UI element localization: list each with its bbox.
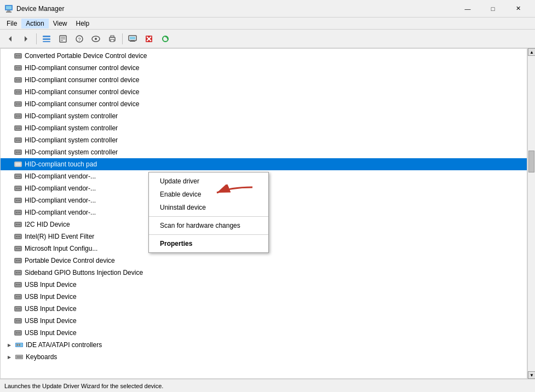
svg-point-128 [19, 296, 20, 297]
device-hid-consumer-4[interactable]: HID-compliant consumer control device [1, 98, 527, 110]
back-button[interactable] [2, 31, 18, 47]
svg-point-61 [19, 128, 20, 129]
svg-point-121 [16, 284, 17, 285]
device-hid-system-2[interactable]: HID-compliant system controller [1, 122, 527, 134]
svg-rect-5 [43, 38, 50, 40]
scrollbar-thumb[interactable] [528, 151, 534, 172]
hid-icon [14, 292, 22, 301]
main-content: Converted Portable Device Control device… [0, 48, 535, 379]
svg-point-83 [19, 188, 20, 189]
help-button[interactable]: ? [72, 31, 87, 47]
scan-button[interactable] [158, 31, 173, 47]
svg-point-103 [19, 236, 20, 237]
hid-icon [14, 64, 22, 72]
minimize-button[interactable]: — [455, 0, 480, 18]
menu-bar: File Action View Help [0, 18, 535, 30]
forward-button[interactable] [19, 31, 34, 47]
svg-point-151 [16, 356, 18, 357]
svg-point-96 [16, 224, 17, 225]
menu-help[interactable]: Help [72, 19, 94, 28]
hid-icon [14, 88, 22, 96]
device-hid-touchpad[interactable]: HID-compliant touch pad [1, 158, 527, 170]
svg-point-87 [18, 200, 19, 201]
window-title: Device Manager [16, 5, 455, 13]
svg-point-30 [18, 55, 19, 56]
device-keyboards[interactable]: ▶ Keyboards [1, 351, 527, 363]
svg-point-92 [18, 212, 19, 213]
svg-point-154 [20, 356, 21, 357]
show-all-button[interactable] [39, 31, 54, 47]
menu-file[interactable]: File [2, 19, 21, 28]
device-usb-input-3[interactable]: USB Input Device [1, 303, 527, 315]
close-button[interactable]: ✕ [505, 0, 531, 18]
device-hid-consumer-2[interactable]: HID-compliant consumer control device [1, 74, 527, 86]
device-hid-consumer-3[interactable]: HID-compliant consumer control device [1, 86, 527, 98]
svg-point-88 [19, 200, 20, 201]
svg-point-31 [19, 55, 20, 56]
menu-view[interactable]: View [49, 19, 72, 28]
device-portable-control[interactable]: Portable Device Control device [1, 255, 527, 267]
device-usb-input-1[interactable]: USB Input Device [1, 279, 527, 291]
svg-point-55 [18, 116, 19, 117]
svg-point-65 [18, 140, 19, 141]
device-tree[interactable]: Converted Portable Device Control device… [0, 48, 527, 379]
ctx-uninstall-device[interactable]: Uninstall device [149, 201, 268, 214]
svg-rect-17 [111, 39, 114, 42]
scrollbar[interactable]: ▲ ▼ [527, 48, 535, 379]
svg-point-107 [18, 248, 19, 249]
device-hid-consumer-1[interactable]: HID-compliant consumer control device [1, 62, 527, 74]
hid-icon [14, 232, 22, 241]
device-converted-portable[interactable]: Converted Portable Device Control device [1, 50, 527, 62]
svg-point-77 [18, 176, 19, 177]
svg-rect-6 [43, 41, 50, 42]
hid-icon [14, 280, 22, 289]
device-ide-ata[interactable]: ▶ IDE ATA/ATAPI controllers [1, 339, 527, 351]
device-hid-system-1[interactable]: HID-compliant system controller [1, 110, 527, 122]
svg-point-116 [16, 272, 17, 273]
svg-point-122 [18, 284, 19, 285]
category-icon [15, 353, 24, 361]
device-hid-system-4[interactable]: HID-compliant system controller [1, 146, 527, 158]
svg-point-71 [19, 152, 20, 153]
svg-rect-146 [16, 344, 18, 346]
scroll-down-button[interactable]: ▼ [528, 371, 535, 379]
svg-point-126 [16, 296, 17, 297]
ctx-enable-device[interactable]: Enable device [149, 188, 268, 201]
device-sideband-gpio[interactable]: Sideband GPIO Buttons Injection Device [1, 267, 527, 279]
view-hidden-button[interactable] [88, 31, 103, 47]
svg-point-39 [16, 79, 17, 80]
svg-point-54 [16, 116, 17, 117]
ctx-update-driver[interactable]: Update driver [149, 175, 268, 188]
device-hid-system-3[interactable]: HID-compliant system controller [1, 134, 527, 146]
device-usb-input-4[interactable]: USB Input Device [1, 315, 527, 327]
hid-icon [14, 328, 22, 337]
svg-point-81 [16, 188, 17, 189]
maximize-button[interactable]: □ [480, 0, 505, 18]
hid-icon [14, 316, 22, 325]
svg-rect-148 [21, 344, 21, 345]
uninstall-button[interactable] [141, 31, 157, 47]
status-text: Launches the Update Driver Wizard for th… [4, 383, 163, 389]
svg-text:?: ? [78, 37, 81, 42]
ctx-properties[interactable]: Properties [149, 237, 268, 250]
ctx-divider-2 [149, 234, 268, 235]
device-usb-input-5[interactable]: USB Input Device [1, 327, 527, 339]
svg-point-93 [19, 212, 20, 213]
svg-rect-21 [130, 41, 135, 42]
print-button[interactable] [105, 31, 120, 47]
svg-rect-19 [130, 37, 135, 39]
svg-point-44 [16, 91, 17, 93]
menu-action[interactable]: Action [21, 19, 48, 28]
svg-point-51 [19, 103, 20, 105]
scroll-up-button[interactable]: ▲ [528, 48, 535, 56]
computer-button[interactable] [125, 31, 140, 47]
scrollbar-track[interactable] [528, 56, 535, 371]
hid-icon [14, 184, 22, 193]
svg-point-156 [16, 357, 18, 358]
device-usb-input-2[interactable]: USB Input Device [1, 291, 527, 303]
svg-point-131 [16, 308, 17, 309]
hid-icon [14, 268, 22, 277]
ctx-scan-hardware[interactable]: Scan for hardware changes [149, 219, 268, 232]
properties-button[interactable] [55, 31, 71, 47]
hid-icon [14, 244, 22, 253]
